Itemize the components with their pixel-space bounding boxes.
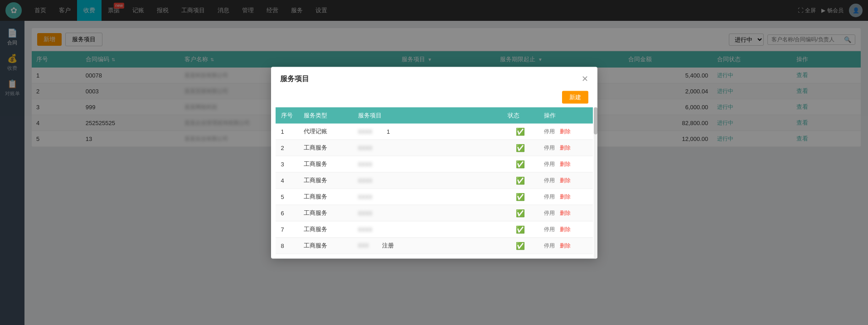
modal-cell-status: ✅ (502, 123, 538, 140)
modal-cell-type: 工商服务 (298, 172, 353, 189)
modal-cell-item: XXXX 1 (353, 123, 502, 140)
modal-table-row: 6 工商服务 XXXX ✅ 停用 删除 (276, 205, 593, 221)
modal-th-type: 服务类型 (298, 107, 353, 123)
stop-button[interactable]: 停用 (544, 144, 555, 150)
delete-button[interactable]: 删除 (560, 209, 571, 216)
stop-button[interactable]: 停用 (544, 193, 555, 199)
modal-cell-item: XXXX (353, 156, 502, 172)
modal-table-row: 2 工商服务 XXXX ✅ 停用 删除 (276, 140, 593, 156)
modal-cell-type: 代理记账 (298, 123, 353, 140)
modal-cell-item: XXX 注册 (353, 238, 502, 254)
stop-button[interactable]: 停用 (544, 242, 555, 248)
stop-button[interactable]: 停用 (544, 128, 555, 134)
modal-cell-actions: 停用 删除 (538, 156, 593, 172)
modal-cell-actions: 停用 删除 (538, 189, 593, 205)
modal-cell-seq: 8 (276, 238, 298, 254)
delete-button[interactable]: 删除 (560, 177, 571, 183)
modal-new-button[interactable]: 新建 (562, 91, 588, 103)
modal-close-button[interactable]: ✕ (582, 75, 588, 83)
modal-table-row: 7 工商服务 XXXX ✅ 停用 删除 (276, 221, 593, 238)
modal-cell-status: ✅ (502, 172, 538, 189)
modal-th-action: 操作 (538, 107, 593, 123)
modal-cell-seq: 4 (276, 172, 298, 189)
status-check-icon: ✅ (516, 209, 525, 217)
modal-cell-actions: 停用 删除 (538, 123, 593, 140)
status-check-icon: ✅ (516, 160, 525, 168)
modal-cell-type: 工商服务 (298, 205, 353, 221)
modal-cell-status: ✅ (502, 156, 538, 172)
service-table: 序号 服务类型 服务项目 状态 操作 1 代理记账 XXXX 1 ✅ 停用 删除… (276, 107, 593, 254)
status-check-icon: ✅ (516, 193, 525, 200)
modal-table-row: 3 工商服务 XXXX ✅ 停用 删除 (276, 156, 593, 172)
modal-cell-type: 工商服务 (298, 156, 353, 172)
modal-th-status: 状态 (502, 107, 538, 123)
modal-toolbar: 新建 (271, 87, 597, 107)
status-check-icon: ✅ (516, 144, 525, 151)
delete-button[interactable]: 删除 (560, 128, 571, 134)
modal-table-row: 4 工商服务 XXXX ✅ 停用 删除 (276, 172, 593, 189)
modal-header: 服务项目 ✕ (271, 67, 597, 87)
modal-cell-actions: 停用 删除 (538, 140, 593, 156)
modal-cell-status: ✅ (502, 221, 538, 238)
modal-cell-item: XXXX (353, 189, 502, 205)
modal-cell-seq: 7 (276, 221, 298, 238)
stop-button[interactable]: 停用 (544, 160, 555, 167)
modal-table-row: 1 代理记账 XXXX 1 ✅ 停用 删除 (276, 123, 593, 140)
modal-cell-type: 工商服务 (298, 221, 353, 238)
delete-button[interactable]: 删除 (560, 144, 571, 150)
modal-th-item: 服务项目 (353, 107, 502, 123)
delete-button[interactable]: 删除 (560, 160, 571, 167)
delete-button[interactable]: 删除 (560, 193, 571, 199)
modal-cell-status: ✅ (502, 189, 538, 205)
modal-cell-actions: 停用 删除 (538, 221, 593, 238)
scroll-thumb[interactable] (594, 107, 597, 134)
modal-cell-status: ✅ (502, 205, 538, 221)
status-check-icon: ✅ (516, 242, 525, 249)
modal-cell-actions: 停用 删除 (538, 238, 593, 254)
modal-cell-type: 工商服务 (298, 189, 353, 205)
modal-cell-type: 工商服务 (298, 140, 353, 156)
modal-title: 服务项目 (280, 74, 309, 83)
stop-button[interactable]: 停用 (544, 209, 555, 216)
modal-cell-actions: 停用 删除 (538, 172, 593, 189)
service-modal: 服务项目 ✕ 新建 序号 服务类型 服务项目 状态 操作 1 代理记账 XXXX… (271, 67, 597, 258)
modal-cell-status: ✅ (502, 140, 538, 156)
modal-cell-item: XXXX (353, 205, 502, 221)
stop-button[interactable]: 停用 (544, 226, 555, 232)
modal-th-seq: 序号 (276, 107, 298, 123)
scrollbar-track (594, 107, 597, 258)
status-check-icon: ✅ (516, 176, 525, 184)
modal-cell-item: XXXX (353, 221, 502, 238)
status-check-icon: ✅ (516, 127, 525, 135)
modal-table-wrap: 序号 服务类型 服务项目 状态 操作 1 代理记账 XXXX 1 ✅ 停用 删除… (271, 107, 597, 258)
delete-button[interactable]: 删除 (560, 242, 571, 248)
modal-cell-type: 工商服务 (298, 238, 353, 254)
modal-cell-seq: 6 (276, 205, 298, 221)
modal-cell-seq: 1 (276, 123, 298, 140)
delete-button[interactable]: 删除 (560, 226, 571, 232)
modal-cell-seq: 5 (276, 189, 298, 205)
modal-cell-item: XXXX (353, 140, 502, 156)
modal-cell-status: ✅ (502, 238, 538, 254)
modal-table-row: 5 工商服务 XXXX ✅ 停用 删除 (276, 189, 593, 205)
modal-cell-item: XXXX (353, 172, 502, 189)
status-check-icon: ✅ (516, 225, 525, 233)
modal-cell-seq: 3 (276, 156, 298, 172)
modal-table-row: 8 工商服务 XXX 注册 ✅ 停用 删除 (276, 238, 593, 254)
stop-button[interactable]: 停用 (544, 177, 555, 183)
modal-cell-actions: 停用 删除 (538, 205, 593, 221)
modal-cell-seq: 2 (276, 140, 298, 156)
